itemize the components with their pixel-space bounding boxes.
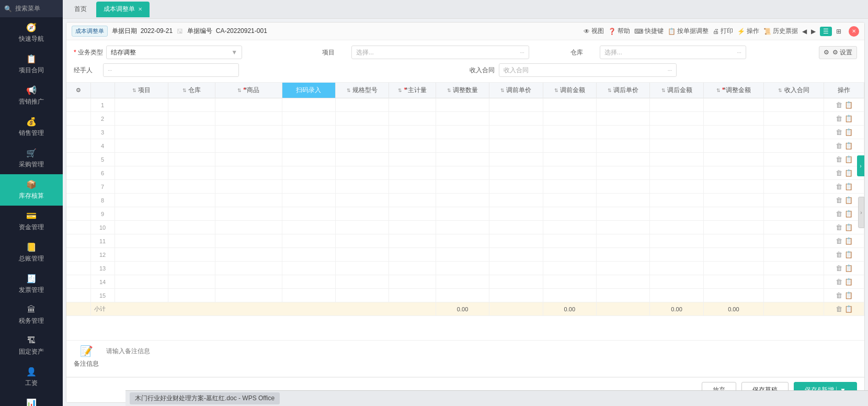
row-spec-cell[interactable] (335, 248, 389, 262)
col-after-amount[interactable]: ⇅ 调后金额 (650, 83, 703, 98)
row-prev-unit-price-cell[interactable] (489, 262, 543, 275)
row-scan-cell[interactable] (282, 98, 335, 112)
row-adjust-qty-cell[interactable] (436, 126, 489, 139)
row-after-unit-price-cell[interactable] (597, 289, 650, 302)
row-after-unit-price-cell[interactable] (597, 98, 650, 112)
row-project-cell[interactable] (115, 221, 168, 234)
row-unit-cell[interactable] (389, 289, 436, 302)
row-project-cell[interactable] (115, 98, 168, 112)
row-prev-unit-price-cell[interactable] (489, 153, 543, 166)
row-after-amount-cell[interactable] (650, 289, 703, 302)
row-prev-unit-price-cell[interactable] (489, 180, 543, 194)
row-spec-cell[interactable] (335, 275, 389, 289)
row-after-amount-cell[interactable] (650, 98, 703, 112)
delete-row-icon[interactable]: 🗑 (836, 251, 842, 258)
row-goods-cell[interactable] (215, 262, 282, 275)
row-after-unit-price-cell[interactable] (597, 234, 650, 248)
row-after-unit-price-cell[interactable] (597, 153, 650, 166)
delete-row-icon[interactable]: 🗑 (836, 169, 842, 177)
col-gear[interactable]: ⚙ (66, 83, 90, 98)
row-after-amount-cell[interactable] (650, 153, 703, 166)
sidebar-item-sales-mgmt[interactable]: 💰 销售管理 (0, 111, 63, 143)
sidebar-item-ledger-mgmt[interactable]: 📒 总账管理 (0, 237, 63, 268)
row-prev-amount-cell[interactable] (543, 289, 596, 302)
row-scan-cell[interactable] (282, 180, 335, 194)
action-list-view[interactable]: ☰ (820, 27, 832, 36)
row-project-cell[interactable] (115, 234, 168, 248)
row-adjust-amount-cell[interactable] (703, 166, 763, 180)
row-spec-cell[interactable] (335, 112, 389, 126)
row-after-unit-price-cell[interactable] (597, 180, 650, 194)
col-after-unit-price[interactable]: ⇅ 调后单价 (597, 83, 650, 98)
warehouse-input[interactable]: 选择... ··· (600, 46, 746, 59)
row-adjust-amount-cell[interactable] (703, 112, 763, 126)
row-adjust-amount-cell[interactable] (703, 180, 763, 194)
col-scan[interactable]: 扫码录入 (282, 83, 335, 98)
row-scan-cell[interactable] (282, 289, 335, 302)
row-goods-cell[interactable] (215, 275, 282, 289)
row-warehouse-cell[interactable] (168, 194, 215, 207)
row-prev-amount-cell[interactable] (543, 98, 596, 112)
row-spec-cell[interactable] (335, 234, 389, 248)
row-scan-cell[interactable] (282, 126, 335, 139)
row-scan-cell[interactable] (282, 166, 335, 180)
sidebar-search[interactable]: 🔍 搜索菜单 (0, 0, 63, 17)
row-after-amount-cell[interactable] (650, 207, 703, 221)
sidebar-item-finance-mgmt[interactable]: 💳 资金管理 (0, 206, 63, 237)
row-goods-cell[interactable] (215, 126, 282, 139)
row-adjust-qty-cell[interactable] (436, 207, 489, 221)
delete-row-icon[interactable]: 🗑 (836, 223, 842, 231)
row-adjust-amount-cell[interactable] (703, 98, 763, 112)
tab-cost-adjust[interactable]: 成本调整单 ✕ (96, 2, 150, 17)
row-income-contract-cell[interactable] (763, 194, 824, 207)
row-income-contract-cell[interactable] (763, 153, 824, 166)
row-after-unit-price-cell[interactable] (597, 112, 650, 126)
green-expand-handle[interactable]: › (857, 155, 864, 176)
row-scan-cell[interactable] (282, 112, 335, 126)
row-after-amount-cell[interactable] (650, 221, 703, 234)
row-prev-amount-cell[interactable] (543, 180, 596, 194)
row-unit-cell[interactable] (389, 126, 436, 139)
row-after-amount-cell[interactable] (650, 166, 703, 180)
row-warehouse-cell[interactable] (168, 275, 215, 289)
row-adjust-qty-cell[interactable] (436, 139, 489, 153)
row-prev-amount-cell[interactable] (543, 262, 596, 275)
copy-row-icon[interactable]: 📋 (844, 210, 853, 218)
row-prev-unit-price-cell[interactable] (489, 126, 543, 139)
window-close-button[interactable]: ✕ (849, 26, 859, 37)
row-after-amount-cell[interactable] (650, 126, 703, 139)
row-adjust-qty-cell[interactable] (436, 234, 489, 248)
delete-row-icon[interactable]: 🗑 (836, 196, 842, 204)
row-income-contract-cell[interactable] (763, 98, 824, 112)
row-adjust-qty-cell[interactable] (436, 194, 489, 207)
row-goods-cell[interactable] (215, 112, 282, 126)
row-warehouse-cell[interactable] (168, 166, 215, 180)
row-warehouse-cell[interactable] (168, 112, 215, 126)
row-unit-cell[interactable] (389, 248, 436, 262)
row-project-cell[interactable] (115, 194, 168, 207)
row-prev-amount-cell[interactable] (543, 194, 596, 207)
row-adjust-qty-cell[interactable] (436, 98, 489, 112)
row-prev-amount-cell[interactable] (543, 139, 596, 153)
row-income-contract-cell[interactable] (763, 166, 824, 180)
row-warehouse-cell[interactable] (168, 180, 215, 194)
row-scan-cell[interactable] (282, 153, 335, 166)
row-unit-cell[interactable] (389, 275, 436, 289)
col-adjust-qty[interactable]: ⇅ 调整数量 (436, 83, 489, 98)
row-after-unit-price-cell[interactable] (597, 275, 650, 289)
row-unit-cell[interactable] (389, 221, 436, 234)
row-spec-cell[interactable] (335, 289, 389, 302)
row-goods-cell[interactable] (215, 98, 282, 112)
copy-row-icon[interactable]: 📋 (844, 155, 853, 163)
row-spec-cell[interactable] (335, 207, 389, 221)
row-unit-cell[interactable] (389, 234, 436, 248)
row-prev-unit-price-cell[interactable] (489, 289, 543, 302)
row-unit-cell[interactable] (389, 153, 436, 166)
delete-row-icon[interactable]: 🗑 (836, 210, 842, 218)
row-goods-cell[interactable] (215, 289, 282, 302)
delete-row-icon[interactable]: 🗑 (836, 183, 842, 190)
row-adjust-qty-cell[interactable] (436, 248, 489, 262)
row-prev-amount-cell[interactable] (543, 275, 596, 289)
row-unit-cell[interactable] (389, 112, 436, 126)
row-goods-cell[interactable] (215, 139, 282, 153)
